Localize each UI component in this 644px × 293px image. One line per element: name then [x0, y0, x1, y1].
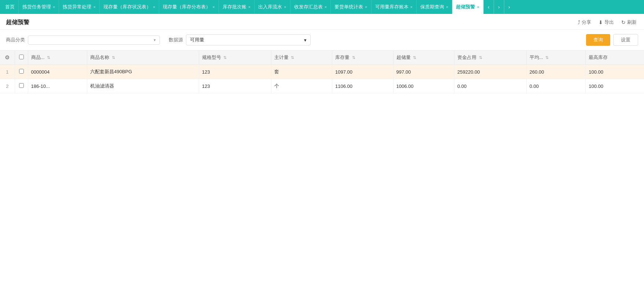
row-capital: 0.00 [454, 79, 527, 93]
close-icon[interactable]: × [212, 5, 215, 9]
table-header-row: ⚙ 商品... ⇅ 商品名称 ⇅ 规格型号 ⇅ [0, 51, 644, 65]
nav-tab-overstock[interactable]: 超储预警 × [452, 0, 483, 14]
close-icon[interactable]: × [153, 5, 155, 9]
row-name: 六配套新昌490BPG [87, 65, 199, 79]
filter-area: 商品分类 ▾ 数据源 可用量 ▾ 查询 设置 [0, 30, 644, 50]
row-maxstock: 100.00 [586, 65, 644, 79]
close-icon[interactable]: × [477, 5, 479, 9]
chevron-down-icon: ▾ [304, 37, 307, 43]
row-checkbox[interactable] [19, 83, 24, 88]
nav-tab-available[interactable]: 可用量库存账本 × [372, 0, 417, 14]
row-overstock: 1006.00 [393, 79, 454, 93]
col-settings: ⚙ [0, 51, 15, 65]
sort-icon: ⇅ [291, 55, 294, 60]
nav-more-button[interactable]: › [504, 0, 514, 14]
nav-tab-inventory-status[interactable]: 现存量（库存状况表） × [100, 0, 159, 14]
row-code: 186-10... [28, 79, 87, 93]
col-header-name[interactable]: 商品名称 ⇅ [87, 51, 199, 65]
sort-icon: ⇅ [112, 55, 115, 60]
row-name: 机油滤清器 [87, 79, 199, 93]
row-avg: 260.00 [526, 65, 585, 79]
nav-tab-order-stats[interactable]: 要货单统计表 × [331, 0, 371, 14]
data-table: ⚙ 商品... ⇅ 商品名称 ⇅ 规格型号 ⇅ [0, 50, 644, 93]
category-label: 商品分类 [6, 37, 25, 43]
close-icon[interactable]: × [410, 5, 413, 9]
col-header-capital[interactable]: 资金占用 ⇅ [454, 51, 527, 65]
col-checkbox-header [15, 51, 28, 65]
data-table-container: ⚙ 商品... ⇅ 商品名称 ⇅ 规格型号 ⇅ [0, 50, 644, 93]
nav-tab-exception[interactable]: 拣货异常处理 × [59, 0, 99, 14]
close-icon[interactable]: × [248, 5, 250, 9]
nav-prev-button[interactable]: ‹ [483, 0, 494, 14]
row-stock: 1097.00 [332, 65, 393, 79]
nav-next-button[interactable]: › [494, 0, 504, 14]
row-num: 2 [0, 79, 15, 93]
close-icon[interactable]: × [325, 5, 327, 9]
query-button[interactable]: 查询 [586, 34, 610, 46]
table-row: 1 0000004 六配套新昌490BPG 123 套 1097.00 997.… [0, 65, 644, 79]
row-capital: 259220.00 [454, 65, 527, 79]
export-button[interactable]: ⬇ 导出 [597, 18, 615, 26]
row-unit: 个 [271, 79, 332, 93]
sort-icon: ⇅ [223, 55, 227, 60]
sort-icon: ⇅ [479, 55, 482, 60]
export-icon: ⬇ [599, 19, 603, 25]
row-checkbox-cell [15, 65, 28, 79]
row-stock: 1106.00 [332, 79, 393, 93]
nav-tab-home[interactable]: 首页 [1, 0, 19, 14]
col-header-maxstock[interactable]: 最高库存 [586, 51, 644, 65]
header-actions: ⤴ 分享 ⬇ 导出 ↻ 刷新 [576, 18, 638, 26]
nav-tab-batch[interactable]: 库存批次账 × [219, 0, 255, 14]
row-maxstock: 100.00 [586, 79, 644, 93]
row-checkbox-cell [15, 79, 28, 93]
row-avg: 0.00 [526, 79, 585, 93]
page-title: 超储预警 [6, 19, 29, 26]
page-header: 超储预警 ⤴ 分享 ⬇ 导出 ↻ 刷新 [0, 14, 644, 30]
col-header-unit[interactable]: 主计量 ⇅ [271, 51, 332, 65]
nav-tab-inventory-dist[interactable]: 现存量（库存分布表） × [159, 0, 219, 14]
row-unit: 套 [271, 65, 332, 79]
datasource-label: 数据源 [169, 37, 183, 43]
row-overstock: 997.00 [393, 65, 454, 79]
row-checkbox[interactable] [19, 69, 24, 74]
sort-icon: ⇅ [47, 55, 50, 60]
nav-tab-flow[interactable]: 出入库流水 × [255, 0, 290, 14]
refresh-button[interactable]: ↻ 刷新 [620, 18, 638, 26]
settings-button[interactable]: 设置 [613, 34, 638, 46]
nav-tab-summary[interactable]: 收发存汇总表 × [290, 0, 331, 14]
close-icon[interactable]: × [446, 5, 448, 9]
row-spec: 123 [199, 65, 271, 79]
col-header-avg[interactable]: 平均... ⇅ [526, 51, 585, 65]
col-header-overstock[interactable]: 超储量 ⇅ [393, 51, 454, 65]
close-icon[interactable]: × [53, 5, 55, 9]
table-row: 2 186-10... 机油滤清器 123 个 1106.00 1006.00 … [0, 79, 644, 93]
close-icon[interactable]: × [365, 5, 367, 9]
row-code: 0000004 [28, 65, 87, 79]
select-all-checkbox[interactable] [19, 55, 24, 59]
chevron-down-icon: ▾ [154, 38, 156, 42]
nav-tab-task[interactable]: 拣货任务管理 × [19, 0, 59, 14]
col-header-stock[interactable]: 库存量 ⇅ [332, 51, 393, 65]
col-header-code[interactable]: 商品... ⇅ [28, 51, 87, 65]
category-select[interactable]: ▾ [28, 36, 160, 45]
category-filter: 商品分类 ▾ [6, 36, 160, 45]
sort-icon: ⇅ [352, 55, 355, 60]
row-num: 1 [0, 65, 15, 79]
close-icon[interactable]: × [93, 5, 95, 9]
main-content: 超储预警 ⤴ 分享 ⬇ 导出 ↻ 刷新 商品分类 ▾ 数据源 [0, 14, 644, 293]
share-icon: ⤴ [578, 19, 580, 25]
row-spec: 123 [199, 79, 271, 93]
datasource-select[interactable]: 可用量 ▾ [186, 34, 311, 45]
top-navigation: 首页 拣货任务管理 × 拣货异常处理 × 现存量（库存状况表） × 现存量（库存… [0, 0, 644, 14]
share-button[interactable]: ⤴ 分享 [576, 18, 593, 26]
datasource-filter: 数据源 可用量 ▾ [169, 34, 311, 45]
filter-buttons: 查询 设置 [586, 34, 638, 46]
gear-icon[interactable]: ⚙ [5, 54, 10, 60]
datasource-value: 可用量 [190, 37, 204, 43]
refresh-icon: ↻ [621, 19, 626, 25]
col-header-spec[interactable]: 规格型号 ⇅ [199, 51, 271, 65]
sort-icon: ⇅ [413, 55, 416, 60]
close-icon[interactable]: × [284, 5, 286, 9]
nav-tab-expiry[interactable]: 保质期查询 × [417, 0, 452, 14]
sort-icon: ⇅ [545, 55, 549, 60]
